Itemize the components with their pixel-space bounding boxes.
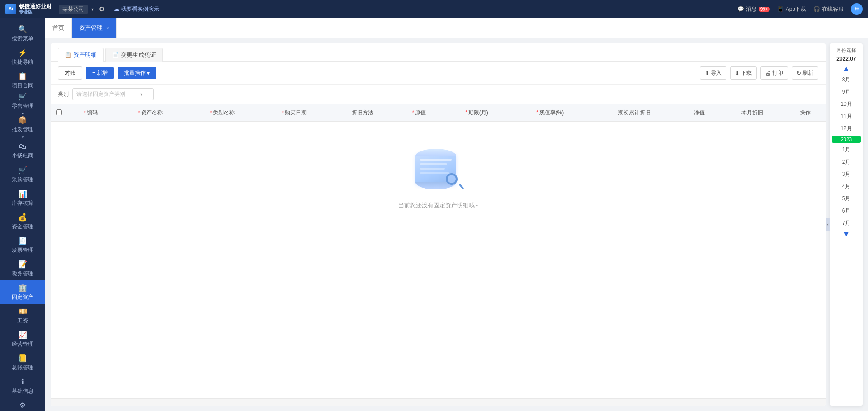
online-service-button[interactable]: 🎧 在线客服 <box>813 5 844 13</box>
settings-icon[interactable]: ⚙ <box>99 5 105 13</box>
demo-text: 我要看实例演示 <box>121 5 159 13</box>
sidebar-item-ecommerce[interactable]: 🛍 小畅电商 <box>0 139 45 163</box>
month-item-6[interactable]: 6月 <box>832 205 861 217</box>
xinzeng-button[interactable]: + 新增 <box>86 67 114 79</box>
wholesale-icon: 📦 <box>18 116 27 124</box>
toolbar-right: ⬆ 导入 ⬇ 下载 🖨 打印 ↻ 刷新 <box>700 66 818 80</box>
sidebar-item-inventory[interactable]: 📊 库存核算 <box>0 186 45 210</box>
month-item-2[interactable]: 2月 <box>832 156 861 168</box>
sidebar-label-salary: 工资 <box>17 317 28 325</box>
th-category: *类别名称 <box>186 104 258 122</box>
change-voucher-icon: 📄 <box>112 52 119 58</box>
user-avatar[interactable]: 用 <box>851 3 863 15</box>
company-selector[interactable]: 某某公司 <box>59 5 88 14</box>
app-download-button[interactable]: 📱 App下载 <box>777 5 806 13</box>
sidebar-item-tax[interactable]: 📝 税务管理 <box>0 257 45 280</box>
sidebar-item-invoice[interactable]: 🧾 发票管理 <box>0 233 45 257</box>
phone-icon: 📱 <box>777 6 784 12</box>
sidebar-item-search[interactable]: 🔍 搜索菜单 <box>0 22 45 45</box>
empty-illustration <box>411 149 465 194</box>
bottom-scrollbar[interactable] <box>51 398 826 406</box>
main-layout: 🔍 搜索菜单 ⚡ 快捷导航 📋 项目合同 🛒 零售管理 ▾ 📦 批发管理 ▾ 🛍… <box>0 18 868 411</box>
duizhang-button[interactable]: 对账 <box>58 66 82 80</box>
category-select-placeholder: 请选择固定资产类别 <box>76 90 125 98</box>
sidebar-item-quick-nav[interactable]: ⚡ 快捷导航 <box>0 45 45 69</box>
sidebar-item-general-ledger[interactable]: 📒 总账管理 <box>0 351 45 374</box>
th-purchase-date: *购买日期 <box>258 104 330 122</box>
sidebar-item-basic-info[interactable]: ℹ 基础信息 <box>0 374 45 398</box>
month-panel-toggle[interactable]: ‹ <box>826 218 830 231</box>
nav-tabs: 首页 资产管理 × <box>45 18 868 38</box>
sidebar-label-invoice: 发票管理 <box>12 246 33 254</box>
tab-asset-management[interactable]: 资产管理 × <box>72 18 117 38</box>
quick-nav-icon: ⚡ <box>18 48 27 57</box>
app-logo: Ai 畅捷通好业财 专业版 <box>5 3 52 15</box>
sidebar-label-general-ledger: 总账管理 <box>12 364 33 372</box>
sub-tabs: 📋 资产明细 📄 变更生成凭证 <box>51 43 826 62</box>
tab-close-icon[interactable]: × <box>106 25 109 31</box>
download-button[interactable]: ⬇ 下载 <box>730 66 757 80</box>
download-icon: ⬇ <box>735 70 740 76</box>
operations-icon: 📈 <box>18 331 27 339</box>
download-label: 下载 <box>741 69 752 77</box>
message-icon: 💬 <box>737 6 744 12</box>
th-code: *编码 <box>67 104 114 122</box>
piliang-button[interactable]: 批量操作 ▾ <box>118 67 156 79</box>
select-all-checkbox[interactable] <box>56 109 62 115</box>
system-icon: ⚙ <box>19 401 26 410</box>
refresh-label: 刷新 <box>802 69 813 77</box>
month-item-5[interactable]: 5月 <box>832 193 861 205</box>
company-dropdown-icon[interactable]: ▾ <box>91 7 94 12</box>
subtab-asset-detail-label: 资产明细 <box>73 51 97 59</box>
sidebar-item-salary[interactable]: 💴 工资 <box>0 304 45 327</box>
tab-home[interactable]: 首页 <box>45 18 72 38</box>
sidebar-item-wholesale[interactable]: 📦 批发管理 ▾ <box>0 116 45 139</box>
headset-icon: 🎧 <box>813 6 820 12</box>
month-item-11[interactable]: 11月 <box>832 110 861 123</box>
month-item-3[interactable]: 3月 <box>832 168 861 180</box>
th-depreciation: 折旧方法 <box>330 104 395 122</box>
refresh-button[interactable]: ↻ 刷新 <box>792 66 818 80</box>
sidebar-item-retail[interactable]: 🛒 零售管理 ▾ <box>0 92 45 116</box>
month-down-nav[interactable]: ▼ <box>842 229 851 239</box>
th-operation: 操作 <box>785 104 826 122</box>
empty-text: 当前您还没有固定资产明细哦~ <box>398 201 478 209</box>
month-item-10[interactable]: 10月 <box>832 98 861 110</box>
sidebar-label-purchase: 采购管理 <box>12 176 33 184</box>
basic-info-icon: ℹ <box>21 378 24 386</box>
demo-link[interactable]: ☁ 我要看实例演示 <box>114 5 159 13</box>
th-residual-rate: *残值率(%) <box>511 104 590 122</box>
sidebar-label-quick-nav: 快捷导航 <box>12 58 33 66</box>
import-button[interactable]: ⬆ 导入 <box>700 66 726 80</box>
print-button[interactable]: 🖨 打印 <box>760 66 788 80</box>
general-ledger-icon: 📒 <box>18 354 27 363</box>
category-select[interactable]: 请选择固定资产类别 ▾ <box>72 88 154 100</box>
piliang-label: 批量操作 <box>124 69 146 77</box>
month-item-4[interactable]: 4月 <box>832 180 861 193</box>
month-item-7[interactable]: 7月 <box>832 217 861 229</box>
sidebar-item-finance[interactable]: 💰 资金管理 <box>0 210 45 233</box>
import-label: 导入 <box>711 69 722 77</box>
month-up-nav[interactable]: ▲ <box>842 64 851 74</box>
piliang-arrow: ▾ <box>147 70 150 76</box>
subtab-change-voucher[interactable]: 📄 变更生成凭证 <box>105 48 163 62</box>
th-period: *期限(月) <box>443 104 510 122</box>
top-bar: Ai 畅捷通好业财 专业版 某某公司 ▾ ⚙ ☁ 我要看实例演示 💬 消息 99… <box>0 0 868 18</box>
month-item-9[interactable]: 9月 <box>832 86 861 98</box>
invoice-icon: 🧾 <box>18 236 27 245</box>
sidebar-item-purchase[interactable]: 🛒 采购管理 <box>0 163 45 186</box>
sidebar-item-assets[interactable]: 🏢 固定资产 <box>0 280 45 304</box>
sidebar-item-operations[interactable]: 📈 经营管理 <box>0 327 45 351</box>
purchase-icon: 🛒 <box>18 166 27 175</box>
month-item-1[interactable]: 1月 <box>832 144 861 156</box>
app-title: 畅捷通好业财 <box>19 3 52 9</box>
month-item-12[interactable]: 12月 <box>832 123 861 135</box>
message-button[interactable]: 💬 消息 99+ <box>737 5 770 13</box>
empty-state: 当前您还没有固定资产明细哦~ <box>51 122 826 236</box>
sidebar-item-project[interactable]: 📋 项目合同 <box>0 69 45 92</box>
subtab-asset-detail[interactable]: 📋 资产明细 <box>58 48 104 62</box>
month-panel: ‹ 月份选择 2022.07 ▲ 8月 9月 10月 11月 12月 2023 … <box>830 43 863 406</box>
month-panel-year-2022: 2022.07 <box>836 56 856 62</box>
month-item-8[interactable]: 8月 <box>832 74 861 86</box>
sidebar-item-system[interactable]: ⚙ 系统管理 <box>0 398 45 411</box>
